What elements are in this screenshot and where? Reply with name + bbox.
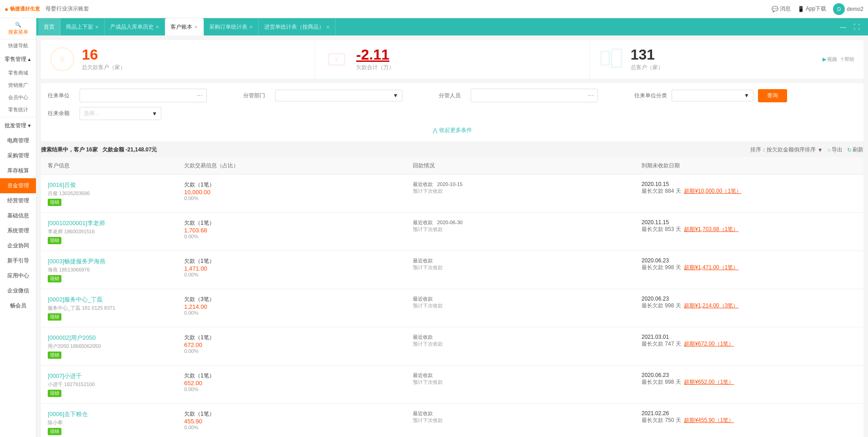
sidebar-item-retail-stats[interactable]: 零售统计 [0, 104, 36, 116]
chevron-down-icon: ▲ [27, 57, 32, 62]
search-menu[interactable]: 🔍 搜索菜单 [0, 18, 36, 40]
customer-contact: 海燕 18513066976 [48, 266, 171, 273]
svg-text:¥: ¥ [334, 55, 338, 63]
tab-bar-controls: — ⛶ [837, 22, 866, 31]
sidebar-item-member2[interactable]: 畅会员 [0, 298, 36, 313]
sidebar-item-purchase[interactable]: 采购管理 [0, 148, 36, 163]
debt-ratio: 0.00% [184, 234, 399, 239]
help-video-btn[interactable]: ▶ 视频 [823, 56, 837, 63]
sidebar-item-ecommerce[interactable]: 电商管理 [0, 133, 36, 148]
sidebar-item-retail-store[interactable]: 零售商城 [0, 67, 36, 79]
debt-amount[interactable]: 652.00 [184, 380, 399, 387]
table-row: [0007]小进千 小进千 18279152100 现销 欠款（1笔） 652.… [41, 366, 863, 404]
sidebar-item-inventory[interactable]: 库存核算 [0, 163, 36, 178]
due-date-value: 2020.11.15 [642, 219, 857, 226]
due-date-value: 2020.10.15 [642, 181, 857, 187]
sidebar-item-operations[interactable]: 经营管理 [0, 193, 36, 208]
quick-nav[interactable]: 快捷导航 [0, 40, 36, 52]
export-btn[interactable]: ○ 导出 [828, 146, 843, 154]
customer-name-link[interactable]: [0007]小进千 [48, 372, 171, 380]
customer-name-link[interactable]: [0016]吕俊 [48, 181, 171, 189]
dept-select[interactable]: ▼ [275, 90, 402, 101]
customer-cell-0006: [0006]去下粮仓 陈小希 现销 [41, 408, 177, 437]
tab-products[interactable]: 商品上下架 ✕ [60, 18, 105, 35]
tab-minimize-btn[interactable]: — [837, 22, 849, 31]
sort-select[interactable]: 排序：按欠款金额倒序排序 ▼ [750, 146, 823, 154]
tab-maximize-btn[interactable]: ⛶ [851, 22, 863, 31]
person-label: 分管人员 [439, 92, 466, 100]
customer-name-link[interactable]: [00010200001]李老师 [48, 219, 171, 227]
sidebar-item-batch-mgmt[interactable]: 批发管理 ▼ [0, 118, 36, 133]
tab-customer-close[interactable]: ✕ [194, 25, 198, 30]
customer-name-link[interactable]: [0002]服务中心_丁磊 [48, 296, 171, 304]
sidebar-item-member[interactable]: 会员中心 [0, 91, 36, 104]
debt-amount[interactable]: 455.90 [184, 418, 399, 425]
overdue-link[interactable]: 超期¥672.00（1笔） [684, 341, 734, 347]
due-date-value: 2020.06.23 [642, 257, 857, 264]
collection-cell: 最近收款 预计下次收款 [406, 408, 635, 426]
debt-amount[interactable]: 1,471.00 [184, 265, 399, 272]
sidebar-item-retail-mgmt[interactable]: 零售管理 ▲ [0, 52, 36, 67]
customer-contact: 用户2050 18665062050 [48, 343, 171, 350]
tab-purchase-order[interactable]: 采购订单统计表 ✕ [204, 18, 259, 35]
tab-home[interactable]: 首页 [38, 18, 60, 35]
sidebar-item-wechat[interactable]: 企业微信 [0, 283, 36, 298]
sidebar-item-app-center[interactable]: 应用中心 [0, 268, 36, 283]
sidebar-item-enterprise[interactable]: 企业协同 [0, 238, 36, 253]
sidebar-item-system[interactable]: 系统管理 [0, 223, 36, 238]
tab-customer-account[interactable]: 客户账本 ✕ [165, 18, 204, 35]
debt-amount[interactable]: 672.00 [184, 342, 399, 348]
due-date-cell: 2020.11.15 最长欠款 853 天 超期¥1,703.68（1笔） [635, 217, 863, 235]
sidebar-item-finance[interactable]: 资金管理 [0, 178, 36, 193]
tab-stock-stats[interactable]: 进货单统计表（按商品） ✕ [259, 18, 336, 35]
refresh-btn[interactable]: ↻ 刷新 [847, 146, 863, 154]
overdue-link[interactable]: 超期¥1,214.00（3笔） [684, 302, 738, 309]
due-date-cell: 2020.06.23 最长欠款 998 天 超期¥1,214.00（3笔） [635, 294, 863, 311]
unit-category-label: 往来单位分类 [634, 92, 667, 100]
top-bar-right: 💬 消息 📱 App下载 D demo2 [772, 3, 863, 15]
overdue-link[interactable]: 超期¥1,703.68（1笔） [684, 226, 738, 232]
collapse-filter-btn[interactable]: ⋀ 收起更多条件 [48, 125, 857, 136]
sidebar-item-basic-info[interactable]: 基础信息 [0, 208, 36, 223]
overdue-link[interactable]: 超期¥455.90（1笔） [684, 417, 734, 423]
collection-cell: 最近收款 预计下次收款 [406, 370, 635, 387]
customer-contact: 服务中心_丁磊 181 0125 8371 [48, 305, 171, 311]
user-avatar[interactable]: D demo2 [833, 3, 863, 15]
overdue-link[interactable]: 超期¥652.00（1笔） [684, 379, 734, 385]
customer-tag: 现销 [48, 352, 61, 359]
debt-amount[interactable]: 10,000.00 [184, 189, 399, 196]
source-unit-input[interactable]: ··· [80, 89, 207, 102]
store-name: 母婴行业演示账套 [45, 5, 767, 13]
person-input[interactable]: ··· [471, 89, 598, 102]
customer-name-link[interactable]: [000002]用户2050 [48, 334, 171, 342]
tab-purchase-close[interactable]: ✕ [249, 25, 253, 30]
overdue-link[interactable]: 超期¥1,471.00（1笔） [684, 264, 738, 271]
tab-products-close[interactable]: ✕ [95, 25, 99, 30]
overdue-info: 最长欠款 750 天 超期¥455.90（1笔） [642, 417, 857, 424]
video-icon: ▶ [823, 56, 826, 62]
chevron-down-icon4: ▼ [744, 92, 749, 99]
app-download-btn[interactable]: 📱 App下载 [798, 5, 826, 13]
unit-category-select[interactable]: ▼ [672, 90, 753, 101]
debt-ratio: 0.00% [184, 196, 399, 201]
search-icon: 🔍 [15, 22, 21, 27]
tab-production-close[interactable]: ✕ [156, 25, 159, 30]
sidebar-item-marketing[interactable]: 营销推广 [0, 79, 36, 91]
message-btn[interactable]: 💬 消息 [772, 5, 791, 13]
collection-cell: 最近收款 预计下次收款 [406, 256, 635, 273]
customer-name-link[interactable]: [0003]畅捷服务尹海燕 [48, 257, 171, 266]
table-row: [0006]去下粮仓 陈小希 现销 欠款（1笔） 455.90 0.00% 最近… [41, 404, 863, 437]
debt-amount[interactable]: 1,214.00 [184, 303, 399, 310]
tab-stock-close[interactable]: ✕ [326, 25, 330, 30]
overdue-link[interactable]: 超期¥10,000.00（1笔） [684, 188, 742, 194]
sidebar-item-guide[interactable]: 新手引导 [0, 253, 36, 268]
customer-name-link[interactable]: [0006]去下粮仓 [48, 410, 171, 418]
debt-ratio: 0.00% [184, 425, 399, 430]
help-docs-btn[interactable]: ? 帮助 [841, 56, 854, 63]
refresh-icon: ↻ [847, 147, 852, 153]
tab-production[interactable]: 产成品入库单历史 ✕ [105, 18, 165, 35]
next-collect: 预计下次收款 [413, 264, 628, 271]
balance-select[interactable]: 选择... ▼ [80, 107, 161, 120]
search-button[interactable]: 查询 [758, 89, 787, 102]
debt-amount[interactable]: 1,703.68 [184, 227, 399, 234]
